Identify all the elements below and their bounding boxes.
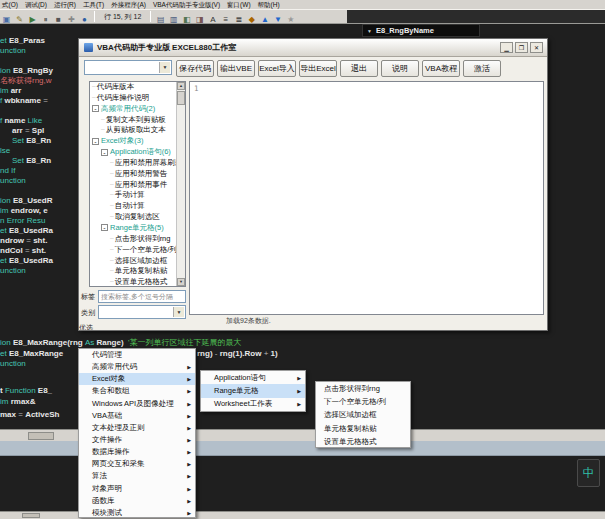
- tree-item[interactable]: ┄应用和禁用事件: [90, 180, 185, 191]
- toolbar-icon[interactable]: ≡: [220, 14, 231, 25]
- category-combobox[interactable]: ▼: [98, 305, 186, 319]
- collapse-box-icon[interactable]: -: [92, 138, 99, 145]
- tree-item[interactable]: ┄自动计算: [90, 201, 185, 212]
- code-tree[interactable]: ▲ ▼ ┄代码库版本┄代码库操作说明-高频常用代码(2)┄复制文本到剪贴板┄从剪…: [89, 81, 186, 287]
- toolbar-icon[interactable]: ▥: [168, 14, 179, 25]
- dialog-toolbar-button[interactable]: Excel导入: [258, 60, 296, 77]
- dialog-toolbar-button[interactable]: VBA教程: [422, 60, 460, 77]
- menu-item[interactable]: VBA基础▶: [79, 410, 195, 422]
- toolbar-icon[interactable]: ◆: [246, 14, 257, 25]
- toolbar-icon[interactable]: ▶: [27, 14, 38, 25]
- toolbar-icon[interactable]: A: [207, 14, 218, 25]
- procedure-dropdown[interactable]: ▼E8_RngByName: [362, 24, 480, 37]
- menu-item[interactable]: 选择区域加边框: [316, 409, 410, 422]
- code-name-combobox[interactable]: ▼: [84, 60, 172, 75]
- menu-item[interactable]: Windows API及图像处理▶: [79, 398, 195, 410]
- toolbar-icon[interactable]: ▲: [259, 14, 270, 25]
- restore-button[interactable]: ❐: [515, 42, 528, 53]
- tree-item[interactable]: ┄从剪贴板取出文本: [90, 125, 185, 136]
- tree-item[interactable]: ┄选择区域加边框: [90, 256, 185, 267]
- chevron-down-icon[interactable]: ▼: [159, 62, 170, 73]
- ime-chinese-button[interactable]: 中: [577, 459, 600, 487]
- tree-item[interactable]: ┄手动计算: [90, 190, 185, 201]
- toolbar-icon[interactable]: ✚: [66, 14, 77, 25]
- dialog-toolbar-button[interactable]: 激活: [463, 60, 501, 77]
- code-line: et E8_UsedRa: [0, 256, 53, 266]
- menu-item[interactable]: 网页交互和采集▶: [79, 458, 195, 470]
- code-text-area[interactable]: 1: [189, 81, 544, 315]
- menubar-item[interactable]: 外接程序(A): [111, 0, 146, 9]
- search-input[interactable]: [98, 290, 186, 303]
- scroll-down-icon[interactable]: ▼: [177, 278, 185, 286]
- menu-item[interactable]: 模块测试▶: [79, 507, 195, 518]
- menu-item[interactable]: 文本处理及正则▶: [79, 422, 195, 434]
- tree-item[interactable]: ┄取消复制选区: [90, 212, 185, 223]
- menu-item[interactable]: 算法▶: [79, 470, 195, 482]
- tree-scrollbar[interactable]: ▲ ▼: [176, 82, 185, 286]
- minimize-button[interactable]: ▁: [500, 42, 513, 53]
- toolbar-icon[interactable]: ▤: [155, 14, 166, 25]
- menu-item[interactable]: Excel对象▶: [79, 373, 195, 385]
- toolbar-icon[interactable]: ⏸: [40, 14, 51, 25]
- tree-item[interactable]: ┄单元格复制粘贴: [90, 266, 185, 277]
- toolbar-icon[interactable]: ▼: [272, 14, 283, 25]
- toolbar-icon[interactable]: ★: [285, 14, 296, 25]
- dialog-titlebar[interactable]: VBA代码助手专业版 EXCEL880工作室 ▁❐✕: [79, 39, 547, 57]
- tree-category[interactable]: -高频常用代码(2): [90, 104, 185, 115]
- menu-item[interactable]: 设置单元格格式: [316, 435, 410, 448]
- menu-item[interactable]: 文件操作▶: [79, 434, 195, 446]
- tree-item[interactable]: ┄代码库版本: [90, 82, 185, 93]
- code-line: nd If: [0, 166, 16, 176]
- toolbar-icon[interactable]: ■: [53, 14, 64, 25]
- dialog-toolbar-button[interactable]: 保存代码: [176, 60, 214, 77]
- tree-item[interactable]: ┄设置单元格格式: [90, 277, 185, 287]
- scrollbar-thumb[interactable]: [22, 513, 40, 518]
- code-line: unction: [0, 46, 26, 56]
- tree-item[interactable]: ┄代码库操作说明: [90, 93, 185, 104]
- dialog-toolbar-button[interactable]: 导出Excel: [299, 60, 337, 77]
- tree-category[interactable]: -Application语句(6): [90, 147, 185, 158]
- menu-item[interactable]: Worksheet工作表▶: [201, 398, 305, 411]
- toolbar-icon[interactable]: ≣: [233, 14, 244, 25]
- collapse-box-icon[interactable]: -: [101, 149, 108, 156]
- category-label: 类别: [81, 308, 95, 318]
- tree-item[interactable]: ┄应用和禁用警告: [90, 169, 185, 180]
- menu-item[interactable]: 数据库操作▶: [79, 446, 195, 458]
- scrollbar-thumb[interactable]: [28, 432, 54, 440]
- code-line: et E8_UsedRa: [0, 226, 53, 236]
- tree-item[interactable]: ┄应用和禁用屏幕刷新: [90, 158, 185, 169]
- tree-item[interactable]: ┄点击形状得到rng: [90, 234, 185, 245]
- dialog-toolbar-button[interactable]: 退出: [340, 60, 378, 77]
- code-line: unction: [0, 176, 26, 186]
- submenu-arrow-icon: ▶: [187, 413, 191, 419]
- chevron-down-icon[interactable]: ▼: [173, 307, 184, 317]
- menu-item[interactable]: 函数库▶: [79, 495, 195, 507]
- toolbar-icon[interactable]: ◧: [181, 14, 192, 25]
- scrollbar-thumb[interactable]: [177, 91, 185, 105]
- toolbar-icon[interactable]: ▣: [1, 14, 12, 25]
- menu-item[interactable]: 单元格复制粘贴: [316, 422, 410, 435]
- menu-item[interactable]: 集合和数组▶: [79, 385, 195, 397]
- scroll-up-icon[interactable]: ▲: [177, 82, 185, 90]
- dialog-toolbar-button[interactable]: 输出VBE: [217, 60, 255, 77]
- menu-item[interactable]: 高频常用代码▶: [79, 361, 195, 373]
- tree-item[interactable]: ┄下一个空单元格/列: [90, 245, 185, 256]
- toolbar-icon[interactable]: ✎: [14, 14, 25, 25]
- menu-item[interactable]: 代码管理: [79, 349, 195, 361]
- tree-category[interactable]: -Range单元格(5): [90, 223, 185, 234]
- submenu-level2: Application语句▶Range单元格▶Worksheet工作表▶: [200, 370, 306, 412]
- toolbar-group-left: ▣✎▶⏸■✚●: [0, 8, 91, 26]
- collapse-box-icon[interactable]: -: [92, 105, 99, 112]
- menu-item[interactable]: 点击形状得到rng: [316, 382, 410, 395]
- menu-item[interactable]: 对象声明▶: [79, 483, 195, 495]
- menu-item[interactable]: Range单元格▶: [201, 384, 305, 397]
- collapse-box-icon[interactable]: -: [101, 224, 108, 231]
- menu-item[interactable]: 下一个空单元格/列: [316, 395, 410, 408]
- close-button[interactable]: ✕: [530, 42, 543, 53]
- tree-category[interactable]: -Excel对象(3): [90, 136, 185, 147]
- toolbar-icon[interactable]: ◨: [194, 14, 205, 25]
- tree-item[interactable]: ┄复制文本到剪贴板: [90, 115, 185, 126]
- dialog-toolbar-button[interactable]: 说明: [381, 60, 419, 77]
- menu-item[interactable]: Application语句▶: [201, 371, 305, 384]
- toolbar-icon[interactable]: ●: [79, 14, 90, 25]
